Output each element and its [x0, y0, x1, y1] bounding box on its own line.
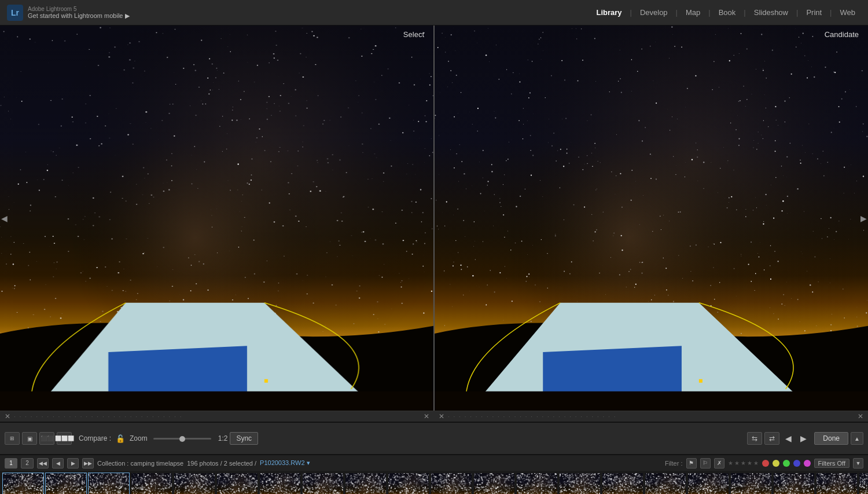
filmstrip-thumb[interactable] [516, 473, 558, 494]
candidate-panel: Candidate ▶ [435, 25, 868, 411]
color-filter-yellow[interactable] [773, 460, 779, 467]
filmstrip-thumb[interactable] [216, 473, 258, 494]
photo-count: 196 photos / 2 selected / [187, 460, 256, 467]
star-filter: ★ ★ ★ ★ ★ [728, 460, 759, 466]
filmstrip-thumb[interactable] [45, 473, 87, 494]
loupe-view-btn[interactable]: ▣ [22, 432, 37, 445]
filmstrip-thumb[interactable] [174, 473, 215, 494]
zoom-slider[interactable] [153, 438, 211, 440]
filmstrip-thumb[interactable] [559, 473, 601, 494]
filters-off-btn[interactable]: Filters Off [814, 459, 849, 468]
compare-view-btn[interactable]: ⬛⬛ [39, 432, 54, 445]
compare-swap-btn[interactable]: ⇆ [747, 432, 762, 445]
app-info: Adobe Lightroom 5 Get started with Light… [28, 6, 130, 20]
status-bar: 1 2 ◀◀ ◀ ▶ ▶▶ Collection : camping timel… [0, 455, 868, 471]
color-filter-blue[interactable] [793, 460, 800, 467]
filmstrip-thumb[interactable] [131, 473, 172, 494]
reject-filter-btn[interactable]: ✗ [714, 458, 724, 469]
view-1-btn[interactable]: 1 [5, 458, 17, 469]
filmstrip-thumb[interactable] [730, 473, 772, 494]
filmstrip-thumb[interactable] [345, 473, 387, 494]
status-nav-prev-btn[interactable]: ◀ [52, 458, 64, 469]
collection-info: Collection : camping timelapse [97, 460, 183, 467]
status-nav-next-btn[interactable]: ▶ [67, 458, 79, 469]
filmstrip-thumb[interactable] [2, 473, 44, 494]
nav-web[interactable]: Web [834, 6, 862, 19]
compare-label: Compare : [79, 434, 111, 442]
left-arrow[interactable]: ◀ [1, 214, 8, 223]
filmstrip-thumb[interactable] [816, 473, 858, 494]
done-button[interactable]: Done [814, 432, 848, 445]
filmstrip-thumb[interactable] [431, 473, 472, 494]
status-nav-right-btn[interactable]: ▶▶ [82, 458, 94, 469]
top-nav: Library | Develop | Map | Book | Slidesh… [590, 6, 861, 19]
panel-close-bars: ✕ · · · · · · · · · · · · · · · · · · · … [0, 411, 868, 422]
filmstrip-thumb[interactable] [602, 473, 643, 494]
filmstrip-thumb[interactable] [473, 473, 515, 494]
top-bar: Lr Adobe Lightroom 5 Get started with Li… [0, 0, 868, 25]
compare-area: Select ◀ Candidate ▶ [0, 25, 868, 411]
filmstrip [0, 471, 868, 494]
nav-book[interactable]: Book [713, 6, 742, 19]
filmstrip-thumb[interactable] [88, 473, 130, 494]
right-close-bar: ✕ · · · · · · · · · · · · · · · · · · · … [434, 411, 868, 422]
nav-map[interactable]: Map [680, 6, 706, 19]
left-close-btn-right[interactable]: ✕ [422, 412, 431, 420]
expand-filmstrip-btn[interactable]: ▲ [851, 432, 863, 445]
left-close-bar: ✕ · · · · · · · · · · · · · · · · · · · … [0, 411, 434, 422]
filmstrip-thumb[interactable] [859, 473, 868, 494]
zoom-slider-container[interactable] [153, 438, 211, 440]
view-2-btn[interactable]: 2 [21, 458, 34, 469]
left-close-btn[interactable]: ✕ [3, 412, 12, 420]
flag-filter-btn[interactable]: ⚑ [686, 458, 697, 469]
filmstrip-thumb[interactable] [687, 473, 729, 494]
filmstrip-thumb[interactable] [645, 473, 686, 494]
candidate-label: Candidate [825, 30, 859, 39]
filmstrip-thumb[interactable] [259, 473, 301, 494]
filmstrip-toolbar: ⊞ ▣ ⬛⬛ ⬜⬜⬜ Compare : 🔓 Zoom 1:2 Sync ⇆ ⇄… [0, 422, 868, 455]
right-close-btn[interactable]: ✕ [437, 412, 446, 420]
filter-options-btn[interactable]: ▼ [853, 458, 863, 469]
color-filter-purple[interactable] [804, 460, 811, 467]
sync-button[interactable]: Sync [230, 432, 258, 445]
right-image [435, 25, 868, 411]
unflag-filter-btn[interactable]: ⚐ [700, 458, 711, 469]
survey-view-btn[interactable]: ⬜⬜⬜ [57, 432, 72, 445]
zoom-thumb[interactable] [179, 436, 185, 442]
left-image [0, 25, 433, 411]
lr-logo: Lr [7, 5, 23, 21]
nav-develop[interactable]: Develop [634, 6, 674, 19]
filmstrip-thumb[interactable] [388, 473, 429, 494]
filter-label: Filter : [665, 460, 683, 467]
app-subtitle[interactable]: Get started with Lightroom mobile ▶ [28, 12, 130, 20]
select-label: Select [403, 30, 424, 39]
grid-view-btn[interactable]: ⊞ [5, 432, 20, 445]
nav-print[interactable]: Print [800, 6, 827, 19]
lock-icon: 🔓 [116, 434, 125, 443]
right-close-btn-right[interactable]: ✕ [856, 412, 865, 420]
compare-flip-btn[interactable]: ⇄ [764, 432, 779, 445]
select-panel: Select ◀ [0, 25, 435, 411]
nav-slideshow[interactable]: Slideshow [748, 6, 794, 19]
filename[interactable]: P1020033.RW2 ▾ [260, 459, 310, 467]
color-filter-red[interactable] [762, 460, 769, 467]
nav-library[interactable]: Library [590, 6, 627, 19]
color-filter-green[interactable] [783, 460, 790, 467]
status-nav-left-btn[interactable]: ◀◀ [37, 458, 49, 469]
filmstrip-thumb[interactable] [302, 473, 344, 494]
right-arrow[interactable]: ▶ [860, 214, 867, 223]
zoom-value: 1:2 [218, 434, 228, 442]
navigate-next-btn[interactable]: ▶ [797, 432, 810, 445]
app-name: Adobe Lightroom 5 [28, 6, 130, 12]
app-identity: Lr Adobe Lightroom 5 Get started with Li… [7, 5, 130, 21]
filmstrip-thumb[interactable] [773, 473, 815, 494]
navigate-prev-btn[interactable]: ◀ [782, 432, 795, 445]
zoom-label: Zoom [130, 434, 148, 442]
